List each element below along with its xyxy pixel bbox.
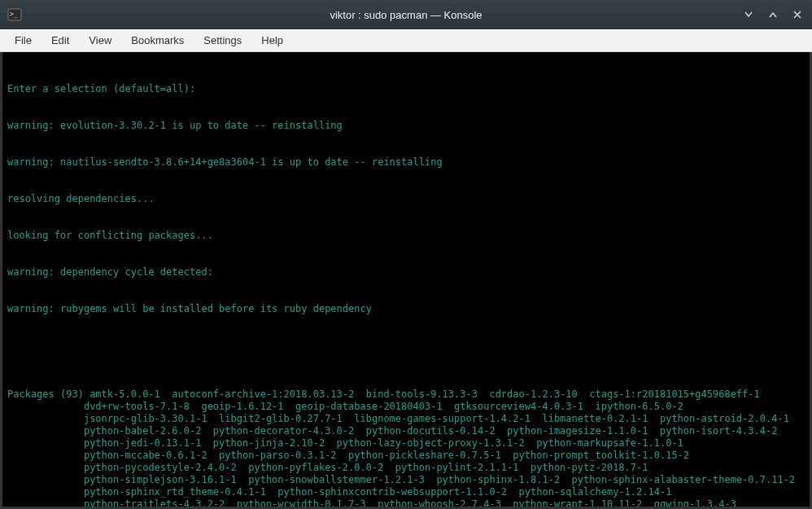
line-warn-rubygems: warning: rubygems will be installed befo… <box>7 303 805 315</box>
minimize-button[interactable] <box>739 5 758 24</box>
package-line: python-jedi-0.13.1-1 python-jinja-2.10-2… <box>7 437 805 450</box>
blank-1 <box>7 340 805 352</box>
titlebar[interactable]: >_ viktor : sudo pacman — Konsole <box>0 0 812 29</box>
window-title: viktor : sudo pacman — Konsole <box>330 9 482 21</box>
terminal-app-icon: >_ <box>7 7 23 23</box>
package-line: python-simplejson-3.16.1-1 python-snowba… <box>7 474 805 486</box>
package-line: python-pycodestyle-2.4.0-2 python-pyflak… <box>7 462 805 474</box>
packages-header: Packages (93) <box>7 388 84 400</box>
line-warn-nautilus: warning: nautilus-sendto-3.8.6+14+ge8a36… <box>7 156 805 169</box>
line-look: looking for conflicting packages... <box>7 230 805 242</box>
terminal-viewport[interactable]: Enter a selection (default=all): warning… <box>0 52 812 509</box>
menu-help[interactable]: Help <box>251 31 293 50</box>
svg-text:>_: >_ <box>10 11 18 18</box>
package-line: dvd+rw-tools-7.1-8 geoip-1.6.12-1 geoip-… <box>7 401 805 413</box>
line-warn-evolution: warning: evolution-3.30.2-1 is up to dat… <box>7 120 805 132</box>
line-warn-cycle: warning: dependency cycle detected: <box>7 266 805 279</box>
package-line: Packages (93) amtk-5.0.0-1 autoconf-arch… <box>7 388 805 401</box>
package-line: jsonrpc-glib-3.30.1-1 libgit2-glib-0.27.… <box>7 413 805 425</box>
package-line: python-sphinx_rtd_theme-0.4.1-1 python-s… <box>7 486 805 498</box>
maximize-button[interactable] <box>763 5 783 24</box>
menu-file[interactable]: File <box>5 31 41 50</box>
line-resolve: resolving dependencies... <box>7 193 805 205</box>
package-line: python-traitlets-4.3.2-2 python-wcwidth-… <box>7 498 805 509</box>
package-line: python-babel-2.6.0-2 python-decorator-4.… <box>7 425 805 437</box>
menu-view[interactable]: View <box>79 31 121 50</box>
konsole-window: >_ viktor : sudo pacman — Konsole File E… <box>0 0 812 509</box>
menu-settings[interactable]: Settings <box>194 31 251 50</box>
window-controls <box>739 5 807 24</box>
menubar: File Edit View Bookmarks Settings Help <box>0 29 812 52</box>
close-button[interactable] <box>788 5 807 24</box>
packages-block: Packages (93) amtk-5.0.0-1 autoconf-arch… <box>7 388 805 509</box>
package-line: python-mccabe-0.6.1-2 python-parso-0.3.1… <box>7 450 805 462</box>
menu-bookmarks[interactable]: Bookmarks <box>121 31 194 50</box>
line-selection: Enter a selection (default=all): <box>7 83 805 95</box>
menu-edit[interactable]: Edit <box>41 31 79 50</box>
